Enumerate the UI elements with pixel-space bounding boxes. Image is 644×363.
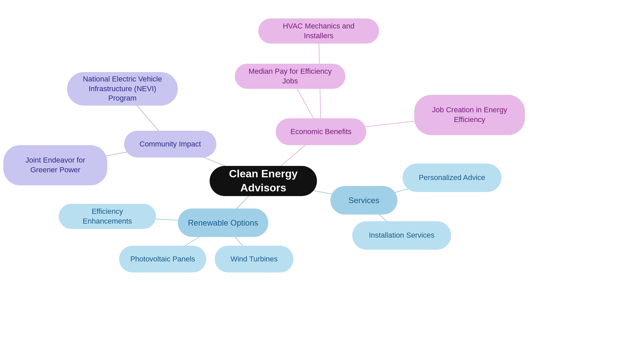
joint-endeavor-node: Joint Endeavor for Greener Power <box>3 145 107 185</box>
median-pay-node: Median Pay for Efficiency Jobs <box>235 64 345 89</box>
services-node: Services <box>330 186 397 215</box>
economic-benefits-node: Economic Benefits <box>276 118 366 145</box>
renewable-options-node: Renewable Options <box>178 208 268 237</box>
installation-services-label: Installation Services <box>369 231 435 240</box>
personalized-advice-node: Personalized Advice <box>402 164 501 192</box>
median-pay-label: Median Pay for Efficiency Jobs <box>244 67 336 86</box>
center-node: Clean Energy Advisors <box>210 166 317 196</box>
renewable-options-label: Renewable Options <box>188 218 258 228</box>
photovoltaic-label: Photovoltaic Panels <box>130 254 195 264</box>
efficiency-enhancements-node: Efficiency Enhancements <box>59 204 156 229</box>
economic-benefits-label: Economic Benefits <box>290 127 352 137</box>
community-impact-label: Community Impact <box>140 139 201 149</box>
joint-endeavor-label: Joint Endeavor for Greener Power <box>13 156 98 175</box>
center-label: Clean Energy Advisors <box>219 167 308 195</box>
job-creation-node: Job Creation in Energy Efficiency <box>414 95 525 135</box>
community-impact-node: Community Impact <box>124 131 216 158</box>
hvac-label: HVAC Mechanics and Installers <box>268 21 370 41</box>
nevi-program-node: National Electric Vehicle Infrastructure… <box>67 72 178 106</box>
photovoltaic-node: Photovoltaic Panels <box>119 246 206 273</box>
installation-services-node: Installation Services <box>352 221 451 250</box>
job-creation-label: Job Creation in Energy Efficiency <box>424 105 516 124</box>
hvac-node: HVAC Mechanics and Installers <box>258 18 379 44</box>
wind-turbines-node: Wind Turbines <box>215 246 293 273</box>
personalized-advice-label: Personalized Advice <box>419 173 485 183</box>
efficiency-enhancements-label: Efficiency Enhancements <box>68 207 147 226</box>
wind-turbines-label: Wind Turbines <box>230 254 278 264</box>
services-label: Services <box>348 195 379 205</box>
nevi-program-label: National Electric Vehicle Infrastructure… <box>76 74 168 103</box>
